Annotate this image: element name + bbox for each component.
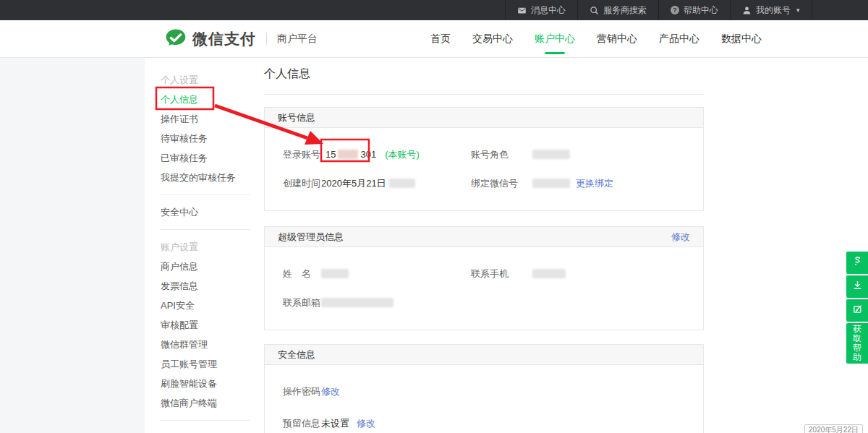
topbar-item-label: 我的账号 — [756, 4, 791, 17]
operation-password-row: 操作密码 修改 — [265, 382, 703, 401]
security-info-body: 操作密码 修改 预留信息 未设置 修改 预留信息是由你自己设置的一段文字，用来鉴… — [265, 365, 703, 433]
topbar-item-label: 服务商搜索 — [603, 4, 647, 17]
operation-password-edit-link[interactable]: 修改 — [321, 385, 340, 398]
chevron-down-icon: ▾ — [796, 7, 800, 14]
rebind-link[interactable]: 更换绑定 — [576, 177, 613, 190]
page-title: 个人信息 — [264, 67, 704, 95]
sidebar-header-personal-settings: 个人设置 — [145, 70, 250, 90]
redacted-wechat-id — [532, 179, 570, 188]
main-content: 个人信息 账号信息 登录账号 15 301 (本账号) 账号角色 — [264, 67, 704, 433]
survey-icon — [852, 256, 863, 270]
portal-label: 商户平台 — [277, 33, 318, 46]
admin-email-row: 联系邮箱 — [265, 293, 703, 312]
nav-home[interactable]: 首页 — [420, 20, 461, 58]
account-info-section: 账号信息 登录账号 15 301 (本账号) 账号角色 — [264, 107, 704, 211]
sidebar-item-pending-review-tasks[interactable]: 待审核任务 — [145, 129, 250, 148]
admin-phone-group: 联系手机 — [471, 267, 566, 280]
logo[interactable]: 微信支付 商户平台 — [165, 20, 318, 58]
security-info-section: 安全信息 操作密码 修改 预留信息 未设置 修改 预留信息是由你自己设置的一段文… — [264, 344, 704, 433]
admin-edit-link[interactable]: 修改 — [671, 231, 690, 244]
merchant-platform-page: 消息中心 服务商搜索 帮助中心 我的账号 ▾ — [0, 0, 868, 433]
admin-name-label: 姓 名 — [283, 267, 321, 280]
download-icon — [852, 280, 863, 293]
floating-action-bar: 获取帮助 — [846, 252, 868, 364]
sidebar-item-merchant-info[interactable]: 商户信息 — [145, 257, 250, 276]
admin-name-row: 姓 名 联系手机 — [265, 264, 703, 283]
sidebar-divider — [161, 229, 250, 230]
reserved-info-status: 未设置 — [321, 417, 349, 430]
admin-email-label: 联系邮箱 — [283, 296, 321, 309]
redacted-admin-phone — [532, 269, 566, 278]
download-button[interactable] — [846, 275, 868, 298]
topbar-item-help-center[interactable]: 帮助中心 — [658, 0, 730, 20]
nav-data-center[interactable]: 数据中心 — [710, 20, 773, 58]
sidebar-item-wechat-group-management[interactable]: 微信群管理 — [145, 335, 250, 354]
get-help-button[interactable]: 获取帮助 — [846, 323, 868, 364]
nav-account-center[interactable]: 账户中心 — [524, 20, 586, 58]
get-help-label: 获取帮助 — [853, 325, 862, 362]
section-title: 安全信息 — [278, 348, 315, 361]
redacted-created-time — [389, 179, 415, 188]
user-icon — [742, 6, 752, 15]
feedback-button[interactable] — [846, 299, 868, 322]
wechat-pay-logo-icon — [165, 28, 187, 51]
reserved-info-row: 预留信息 未设置 修改 — [265, 413, 703, 433]
survey-button[interactable] — [846, 252, 868, 274]
reserved-info-label: 预留信息 — [283, 417, 321, 430]
sidebar: 个人设置 个人信息 操作证书 待审核任务 已审核任务 我提交的审核任务 安全中心… — [145, 58, 250, 433]
logo-divider — [266, 33, 267, 46]
account-role-label: 账号角色 — [471, 148, 532, 161]
topbar-item-provider-search[interactable]: 服务商搜索 — [577, 0, 658, 20]
sidebar-item-review-config[interactable]: 审核配置 — [145, 315, 250, 335]
admin-phone-label: 联系手机 — [471, 267, 532, 280]
sidebar-item-reviewed-tasks[interactable]: 已审核任务 — [145, 148, 250, 168]
login-account-label: 登录账号 — [283, 148, 321, 161]
login-account-row: 登录账号 15 301 (本账号) 账号角色 — [265, 145, 703, 164]
sidebar-item-invoice-info[interactable]: 发票信息 — [145, 276, 250, 296]
topbar-item-messages[interactable]: 消息中心 — [505, 0, 577, 20]
redacted-login-digits — [338, 150, 358, 159]
search-icon — [590, 6, 599, 15]
account-info-body: 登录账号 15 301 (本账号) 账号角色 创建时间 2020年5月21日 — [265, 128, 703, 210]
sidebar-divider — [161, 420, 250, 421]
login-account-value: 15 301 — [321, 149, 380, 160]
sidebar-item-api-security[interactable]: API安全 — [145, 296, 250, 315]
account-role-group: 账号角色 — [471, 148, 570, 161]
super-admin-body: 姓 名 联系手机 联系邮箱 — [265, 247, 703, 330]
mail-icon — [517, 6, 527, 15]
logo-text: 微信支付 — [192, 29, 256, 49]
nav-product-center[interactable]: 产品中心 — [648, 20, 710, 58]
sidebar-item-security-center[interactable]: 安全中心 — [145, 202, 250, 222]
section-title: 超级管理员信息 — [278, 231, 344, 244]
security-info-section-header: 安全信息 — [265, 345, 703, 365]
left-gutter — [0, 58, 145, 433]
topbar: 消息中心 服务商搜索 帮助中心 我的账号 ▾ — [0, 0, 868, 20]
nav-transaction-center[interactable]: 交易中心 — [461, 20, 524, 58]
date-tooltip: 2020年5月22日 — [804, 424, 863, 433]
sidebar-item-wechat-merchant-terminal[interactable]: 微信商户终端 — [145, 393, 250, 413]
sidebar-item-personal-info[interactable]: 个人信息 — [145, 90, 250, 109]
bound-wechat-label: 绑定微信号 — [471, 177, 532, 190]
sidebar-item-operation-certificate[interactable]: 操作证书 — [145, 109, 250, 129]
topbar-item-my-account[interactable]: 我的账号 ▾ — [730, 0, 812, 20]
header: 微信支付 商户平台 首页 交易中心 账户中心 营销中心 产品中心 数据中心 — [0, 20, 868, 58]
current-account-tag: (本账号) — [385, 148, 420, 161]
topbar-item-label: 帮助中心 — [684, 4, 718, 17]
redacted-admin-name — [321, 269, 349, 278]
sidebar-item-my-submitted-review-tasks[interactable]: 我提交的审核任务 — [145, 168, 250, 187]
super-admin-section-header: 超级管理员信息 修改 — [265, 227, 703, 247]
login-account-suffix: 301 — [360, 149, 376, 160]
sidebar-item-staff-account-management[interactable]: 员工账号管理 — [145, 354, 250, 374]
topbar-item-label: 消息中心 — [531, 4, 566, 17]
nav-marketing-center[interactable]: 营销中心 — [586, 20, 648, 58]
sidebar-item-face-pay-devices[interactable]: 刷脸智能设备 — [145, 374, 250, 393]
operation-password-label: 操作密码 — [283, 385, 321, 398]
redacted-admin-email — [321, 298, 393, 307]
help-icon — [671, 6, 679, 14]
topbar-menu: 消息中心 服务商搜索 帮助中心 我的账号 ▾ — [505, 0, 812, 20]
super-admin-section: 超级管理员信息 修改 姓 名 联系手机 联系邮箱 — [264, 226, 704, 330]
main-nav: 首页 交易中心 账户中心 营销中心 产品中心 数据中心 — [420, 20, 773, 58]
redacted-account-role — [532, 150, 570, 159]
account-info-section-header: 账号信息 — [265, 108, 703, 128]
reserved-info-edit-link[interactable]: 修改 — [357, 417, 375, 430]
